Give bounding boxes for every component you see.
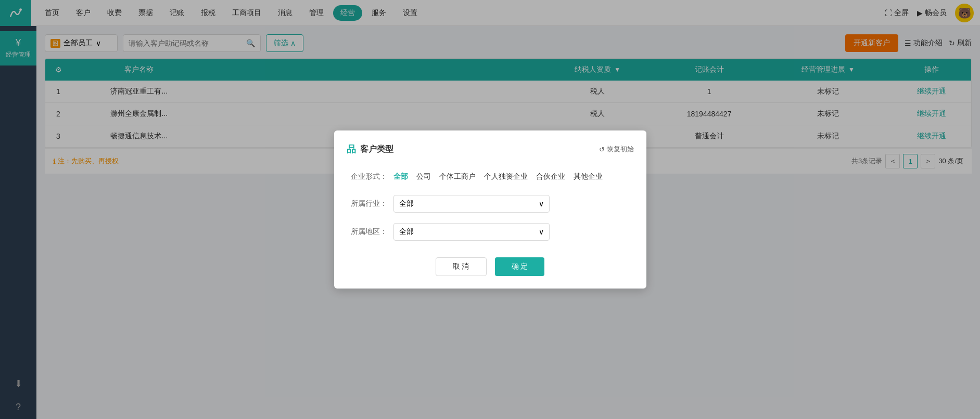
modal-title: 品 客户类型 bbox=[347, 143, 393, 155]
industry-content: 全部 ∨ bbox=[393, 195, 634, 213]
option-individual[interactable]: 个体工商户 bbox=[439, 168, 476, 185]
type-options: 全部 公司 个体工商户 个人独资企业 合伙企业 其他企业 bbox=[393, 168, 634, 185]
reset-label: 恢复初始 bbox=[607, 145, 634, 154]
option-all[interactable]: 全部 bbox=[393, 168, 408, 185]
cancel-button[interactable]: 取 消 bbox=[436, 257, 487, 276]
modal-title-icon: 品 bbox=[347, 143, 356, 155]
option-sole[interactable]: 个人独资企业 bbox=[484, 168, 528, 185]
modal-footer: 取 消 确 定 bbox=[347, 257, 634, 276]
reset-button[interactable]: ↺ 恢复初始 bbox=[599, 145, 634, 154]
option-company[interactable]: 公司 bbox=[416, 168, 431, 185]
industry-value: 全部 bbox=[399, 199, 414, 208]
modal-overlay[interactable]: 品 客户类型 ↺ 恢复初始 企业形式： 全部 公司 个体工商户 个人独资企业 合… bbox=[0, 0, 980, 419]
region-content: 全部 ∨ bbox=[393, 223, 634, 241]
industry-form-row: 所属行业： 全部 ∨ bbox=[347, 195, 634, 213]
modal-header: 品 客户类型 ↺ 恢复初始 bbox=[347, 143, 634, 155]
region-select[interactable]: 全部 ∨ bbox=[393, 223, 550, 241]
enterprise-options: 全部 公司 个体工商户 个人独资企业 合伙企业 其他企业 bbox=[393, 168, 634, 185]
industry-select[interactable]: 全部 ∨ bbox=[393, 195, 550, 213]
region-form-row: 所属地区： 全部 ∨ bbox=[347, 223, 634, 241]
region-chevron-icon: ∨ bbox=[539, 228, 544, 236]
industry-chevron-icon: ∨ bbox=[539, 200, 544, 208]
region-value: 全部 bbox=[399, 227, 414, 237]
enterprise-form-row: 企业形式： 全部 公司 个体工商户 个人独资企业 合伙企业 其他企业 bbox=[347, 168, 634, 185]
industry-label: 所属行业： bbox=[347, 195, 393, 212]
region-label: 所属地区： bbox=[347, 223, 393, 240]
option-other[interactable]: 其他企业 bbox=[574, 168, 603, 185]
modal-title-text: 客户类型 bbox=[360, 144, 393, 155]
enterprise-form-label: 企业形式： bbox=[347, 168, 393, 185]
reset-icon: ↺ bbox=[599, 146, 605, 153]
confirm-button[interactable]: 确 定 bbox=[495, 257, 545, 276]
option-partnership[interactable]: 合伙企业 bbox=[536, 168, 565, 185]
filter-modal: 品 客户类型 ↺ 恢复初始 企业形式： 全部 公司 个体工商户 个人独资企业 合… bbox=[334, 130, 646, 289]
